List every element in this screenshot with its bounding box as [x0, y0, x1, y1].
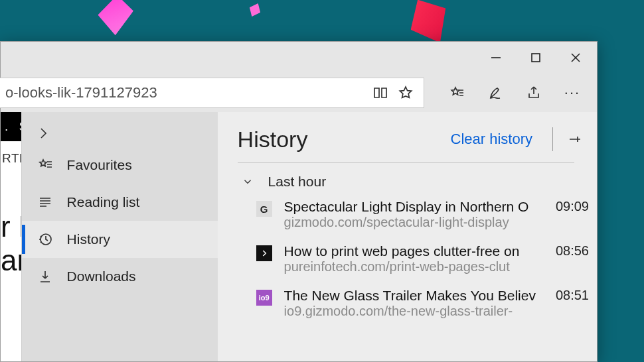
hub-flyout: Favourites Reading list History: [21, 112, 597, 361]
history-entries: G Spectacular Light Display in Northern …: [238, 192, 597, 326]
history-entry-time: 09:09: [548, 199, 594, 214]
site-topnav[interactable]: . SPL: [1, 112, 21, 141]
share-icon: [526, 85, 542, 101]
sidebar-item-favourites[interactable]: Favourites: [22, 147, 218, 184]
star-lines-icon: [449, 85, 465, 101]
desktop-decoration: [93, 0, 136, 38]
close-button[interactable]: [556, 42, 596, 74]
history-icon: [37, 231, 54, 247]
more-button[interactable]: ···: [553, 78, 592, 108]
history-entry-url: io9.gizmodo.com/the-new-glass-trailer-: [284, 304, 536, 319]
history-entry[interactable]: io9 The New Glass Trailer Makes You Beli…: [256, 281, 594, 326]
sidebar-item-reading-list[interactable]: Reading list: [22, 184, 218, 221]
favicon: G: [256, 201, 272, 217]
hub-sidebar: Favourites Reading list History: [22, 112, 218, 361]
history-entry-title: The New Glass Trailer Makes You Believ: [284, 288, 536, 304]
address-bar-url: o-looks-lik-1791127923: [5, 84, 368, 101]
maximize-icon: [528, 50, 544, 66]
history-entry-title: Spectacular Light Display in Northern O: [284, 199, 536, 215]
sidebar-item-downloads[interactable]: Downloads: [22, 258, 218, 295]
pin-icon: [567, 131, 583, 147]
sidebar-item-label: History: [67, 231, 110, 247]
history-entry-time: 08:56: [548, 243, 594, 259]
minimize-button[interactable]: [476, 42, 516, 74]
download-icon: [37, 269, 54, 284]
site-nav-item: .: [5, 119, 9, 134]
address-bar[interactable]: o-looks-lik-1791127923: [0, 78, 424, 108]
browser-window: o-looks-lik-1791127923 ···: [0, 41, 598, 362]
webpage-content: . SPL RTHER r Lig an: [1, 112, 21, 361]
clear-history-link[interactable]: Clear history: [451, 127, 553, 151]
history-header: History Clear history: [238, 117, 597, 161]
browser-toolbar: o-looks-lik-1791127923 ···: [1, 74, 597, 112]
sidebar-item-label: Favourites: [67, 157, 132, 173]
ellipsis-icon: ···: [564, 84, 580, 101]
hub-button[interactable]: [438, 78, 476, 108]
sidebar-item-history[interactable]: History: [22, 221, 218, 258]
history-entry-url: pureinfotech.com/print-web-pages-clut: [284, 259, 536, 274]
favicon: io9: [256, 290, 272, 306]
close-icon: [568, 50, 584, 66]
chevron-right-icon: [35, 125, 51, 141]
hub-history-panel: History Clear history Last hour G Spe: [218, 112, 597, 361]
history-title: History: [238, 127, 308, 152]
browser-content: . SPL RTHER r Lig an Favo: [1, 112, 597, 361]
chevron-down-icon: [242, 176, 254, 188]
site-subnav-text: RTHER: [2, 151, 21, 166]
favicon: [256, 245, 272, 261]
maximize-button[interactable]: [516, 42, 556, 74]
history-entry-title: How to print web pages clutter-free on: [284, 243, 536, 259]
window-caption-bar: [1, 42, 597, 74]
star-icon: [398, 85, 414, 101]
reading-list-icon: [37, 194, 54, 210]
history-entry[interactable]: How to print web pages clutter-free on p…: [256, 237, 594, 281]
pin-panel-button[interactable]: [553, 131, 597, 147]
desktop-decoration: [246, 1, 264, 19]
share-button[interactable]: [515, 78, 553, 108]
history-entry[interactable]: G Spectacular Light Display in Northern …: [256, 192, 594, 237]
sidebar-item-label: Downloads: [67, 269, 136, 284]
notes-button[interactable]: [476, 78, 515, 108]
toolbar-actions: ···: [438, 78, 597, 108]
minimize-icon: [488, 50, 504, 66]
article-headline: r Lig an: [1, 176, 21, 277]
history-group-label: Last hour: [268, 174, 327, 190]
history-entry-time: 08:51: [548, 288, 594, 303]
history-entry-url: gizmodo.com/spectacular-light-display: [284, 215, 536, 230]
book-icon: [372, 85, 388, 101]
pen-icon: [487, 85, 503, 101]
site-subnav[interactable]: RTHER: [1, 141, 21, 176]
reading-view-button[interactable]: [368, 85, 393, 101]
hub-expand-button[interactable]: [22, 120, 218, 147]
favorite-button[interactable]: [393, 85, 418, 101]
sidebar-item-label: Reading list: [67, 194, 140, 210]
site-nav-item: SPL: [19, 119, 21, 134]
svg-rect-1: [532, 54, 540, 62]
history-group-header[interactable]: Last hour: [238, 163, 597, 192]
star-lines-icon: [37, 157, 54, 173]
